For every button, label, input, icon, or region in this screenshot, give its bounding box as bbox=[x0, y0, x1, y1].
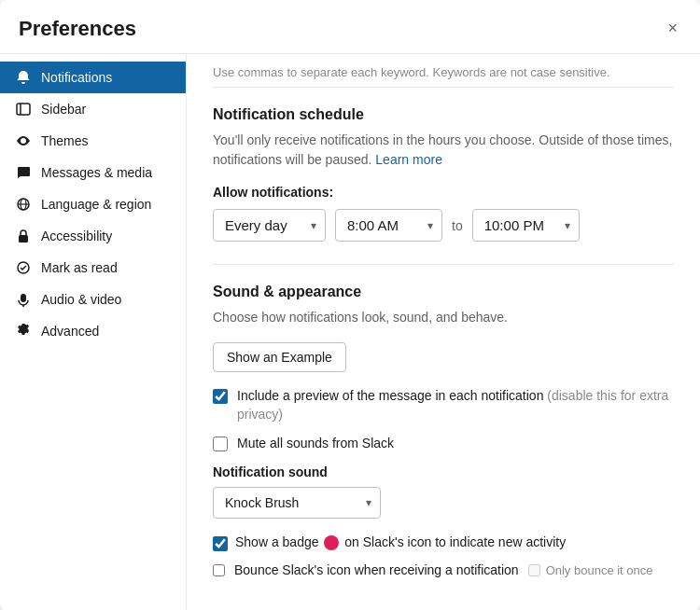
badge-label: Show a badge on Slack's icon to indicate… bbox=[235, 534, 566, 552]
day-select[interactable]: Every day Weekdays Weekends Custom bbox=[213, 209, 326, 242]
only-once-label: Only bounce it once bbox=[546, 563, 653, 577]
gear-icon bbox=[15, 323, 32, 340]
notification-sound-label: Notification sound bbox=[213, 464, 674, 479]
message-icon bbox=[15, 164, 32, 181]
notification-schedule-section: Notification schedule You'll only receiv… bbox=[213, 106, 674, 242]
notification-sound-group: Notification sound Knock Brush Default D… bbox=[213, 464, 674, 519]
allow-label: Allow notifications: bbox=[213, 185, 674, 200]
sound-appearance-section: Sound & appearance Choose how notificati… bbox=[213, 284, 674, 577]
modal-header: Preferences × bbox=[0, 0, 700, 54]
schedule-row: Every day Weekdays Weekends Custom ▾ 6:0… bbox=[213, 209, 674, 242]
bell-icon bbox=[15, 69, 32, 86]
sidebar-item-label: Mark as read bbox=[41, 260, 118, 275]
notification-schedule-desc: You'll only receive notifications in the… bbox=[213, 131, 674, 170]
sidebar-item-label: Accessibility bbox=[41, 229, 112, 243]
mute-sounds-checkbox[interactable] bbox=[213, 437, 228, 451]
sidebar-item-notifications[interactable]: Notifications bbox=[0, 62, 186, 93]
mute-sounds-row: Mute all sounds from Slack bbox=[213, 435, 674, 453]
mute-sounds-label: Mute all sounds from Slack bbox=[237, 435, 394, 453]
end-time-select-wrap: 8:00 PM 9:00 PM 10:00 PM 11:00 PM 12:00 … bbox=[472, 209, 580, 242]
start-time-select-wrap: 6:00 AM 7:00 AM 8:00 AM 9:00 AM 10:00 AM… bbox=[335, 209, 442, 242]
include-preview-row: Include a preview of the message in each… bbox=[213, 387, 674, 423]
top-fade-text: Use commas to separate each keyword. Key… bbox=[213, 54, 674, 88]
sidebar-item-themes[interactable]: Themes bbox=[0, 125, 186, 157]
sidebar-item-label: Messages & media bbox=[41, 165, 152, 180]
close-button[interactable]: × bbox=[664, 15, 681, 42]
svg-rect-0 bbox=[17, 104, 30, 115]
sound-select[interactable]: Knock Brush Default Ding Ting Plink Humm… bbox=[213, 487, 381, 519]
sidebar: Notifications Sidebar Themes Messages & … bbox=[0, 54, 187, 610]
show-badge-checkbox[interactable] bbox=[213, 536, 228, 551]
sidebar-item-label: Sidebar bbox=[41, 102, 86, 117]
bounce-icon-checkbox[interactable] bbox=[213, 564, 225, 576]
content-area: Use commas to separate each keyword. Key… bbox=[187, 54, 700, 610]
start-time-select[interactable]: 6:00 AM 7:00 AM 8:00 AM 9:00 AM 10:00 AM bbox=[335, 209, 442, 242]
sidebar-item-accessibility[interactable]: Accessibility bbox=[0, 220, 186, 252]
include-preview-label: Include a preview of the message in each… bbox=[237, 387, 674, 423]
sidebar-item-audio-video[interactable]: Audio & video bbox=[0, 284, 186, 315]
eye-icon bbox=[15, 132, 32, 149]
svg-rect-7 bbox=[21, 294, 26, 302]
sidebar-item-advanced[interactable]: Advanced bbox=[0, 315, 186, 347]
sound-select-wrap: Knock Brush Default Ding Ting Plink Humm… bbox=[213, 487, 381, 519]
mark-read-icon bbox=[15, 259, 32, 276]
end-time-select[interactable]: 8:00 PM 9:00 PM 10:00 PM 11:00 PM 12:00 … bbox=[472, 209, 580, 242]
bounce-row: Bounce Slack's icon when receiving a not… bbox=[213, 562, 674, 577]
sidebar-item-label: Advanced bbox=[41, 324, 99, 339]
audio-icon bbox=[15, 291, 32, 308]
globe-icon bbox=[15, 196, 32, 213]
preferences-modal: Preferences × Notifications Sidebar Them… bbox=[0, 0, 700, 610]
to-label: to bbox=[452, 218, 463, 233]
sidebar-item-label: Themes bbox=[41, 133, 89, 148]
bounce-label: Bounce Slack's icon when receiving a not… bbox=[234, 562, 519, 577]
sidebar-item-label: Language & region bbox=[41, 197, 151, 212]
show-example-button[interactable]: Show an Example bbox=[213, 342, 346, 372]
notification-schedule-title: Notification schedule bbox=[213, 106, 674, 123]
include-preview-checkbox[interactable] bbox=[213, 389, 228, 404]
modal-body: Notifications Sidebar Themes Messages & … bbox=[0, 54, 700, 610]
day-select-wrap: Every day Weekdays Weekends Custom ▾ bbox=[213, 209, 326, 242]
only-once-checkbox[interactable] bbox=[528, 564, 540, 576]
badge-icon bbox=[324, 535, 339, 550]
sidebar-item-language[interactable]: Language & region bbox=[0, 188, 186, 220]
lock-icon bbox=[15, 228, 32, 244]
sidebar-item-label: Audio & video bbox=[41, 292, 121, 307]
section-divider bbox=[213, 264, 674, 265]
sidebar-icon bbox=[15, 101, 32, 118]
sidebar-item-mark-as-read[interactable]: Mark as read bbox=[0, 252, 186, 284]
sidebar-item-label: Notifications bbox=[41, 70, 112, 85]
sidebar-item-sidebar[interactable]: Sidebar bbox=[0, 93, 186, 125]
only-bounce-once-row: Only bounce it once bbox=[528, 563, 653, 577]
learn-more-link[interactable]: Learn more bbox=[375, 152, 442, 167]
badge-row: Show a badge on Slack's icon to indicate… bbox=[213, 534, 674, 552]
modal-title: Preferences bbox=[19, 17, 136, 41]
sound-appearance-desc: Choose how notifications look, sound, an… bbox=[213, 308, 674, 327]
svg-rect-5 bbox=[19, 235, 28, 243]
sidebar-item-messages[interactable]: Messages & media bbox=[0, 157, 186, 188]
sound-appearance-title: Sound & appearance bbox=[213, 284, 674, 300]
